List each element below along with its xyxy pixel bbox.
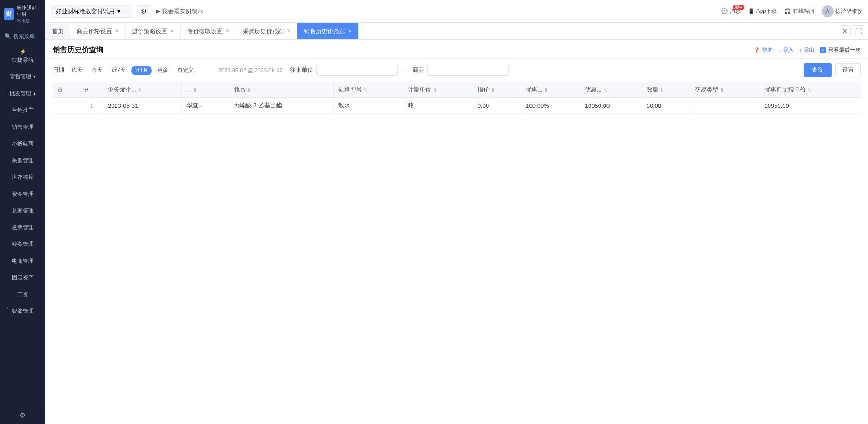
col-settings[interactable]: ⚙ [53, 82, 80, 98]
demo-icon: ▶ [156, 8, 160, 14]
sort-icon: ⇅ [808, 87, 811, 92]
content-area: 销售历史价查询 ❓ 帮助 ↓ 导入 ↑ 导出 ✓ 只看最后一次 [45, 40, 868, 424]
chevron-up-icon: ▴ [33, 90, 36, 96]
sidebar-search[interactable]: 🔍 搜索菜单 [0, 29, 45, 44]
tab-close-icon[interactable]: ✕ [170, 28, 174, 34]
tab-close-icon[interactable]: ✕ [225, 28, 229, 34]
only-last-checkbox[interactable]: ✓ 只看最后一次 [820, 46, 861, 54]
date-range-display: 2023-05-02 至 2023-06-02 [218, 67, 282, 75]
col-quantity[interactable]: 数量 ⇅ [642, 82, 690, 98]
tab-purchase-history-label: 采购历史价跟踪 [243, 27, 284, 35]
version-label: 好业财标准版交付试用 [56, 7, 115, 15]
sort-icon: ⇅ [247, 87, 251, 92]
sidebar-item-retail[interactable]: 零售管理 ▾ [0, 68, 45, 85]
user-profile[interactable]: 人 徐泽华修改 [822, 5, 863, 17]
row-transaction-type [690, 98, 760, 114]
product-input[interactable] [427, 65, 509, 76]
sidebar-item-marketing[interactable]: 营销推广 [0, 102, 45, 119]
date-chip-yesterday[interactable]: 昨天 [68, 66, 86, 75]
source-input[interactable] [316, 65, 398, 76]
sidebar-item-sales[interactable]: 销售管理 [0, 119, 45, 135]
search-icon: 🔍 [5, 33, 11, 39]
export-btn[interactable]: ↑ 导出 [799, 46, 814, 54]
sort-icon: ⇅ [364, 87, 367, 92]
service-label: 在线客服 [793, 7, 814, 15]
service-icon: 🎧 [784, 8, 791, 14]
settings-icon[interactable]: ⚙ [20, 411, 26, 419]
logo-title: 畅捷通好业财 [17, 5, 42, 18]
row-col3: 华查... [181, 98, 229, 114]
message-btn[interactable]: 💬 消息 99+ [721, 7, 741, 15]
sort-icon: ⇅ [491, 87, 495, 92]
col-price[interactable]: 报价 ⇅ [473, 82, 521, 98]
tab-purchase-strategy[interactable]: 进价策略设置 ✕ [126, 23, 181, 40]
sort-icon: ⇅ [544, 87, 548, 92]
sidebar-item-smart[interactable]: ● 智能管理 [0, 303, 45, 320]
col-discount2[interactable]: 优惠... ⇅ [580, 82, 642, 98]
col-quantity-label: 数量 [647, 86, 658, 94]
tab-maximize-btn[interactable]: ⛶ [853, 25, 864, 37]
sidebar-item-tax[interactable]: 税务管理 [0, 236, 45, 253]
tab-close-icon[interactable]: ✕ [287, 28, 291, 34]
sidebar: 财 畅捷通好业财 标准版 🔍 搜索菜单 ⚡ 快捷导航 零售管理 ▾ 批发管理 ▴… [0, 0, 45, 424]
tab-home[interactable]: 首页 [45, 23, 70, 40]
sidebar-item-ecommerce-small[interactable]: 小畅电商 [0, 135, 45, 152]
tab-price-extract-label: 售价提取设置 [187, 27, 223, 35]
sidebar-item-ledger[interactable]: 总账管理 [0, 202, 45, 219]
sidebar-quick-nav[interactable]: ⚡ 快捷导航 [0, 44, 45, 68]
header-settings-btn[interactable]: ⚙ [137, 5, 151, 17]
product-dots-btn[interactable]: ... [512, 67, 517, 74]
col-transaction-type[interactable]: 交易类型 ⇅ [690, 82, 760, 98]
settings-icon[interactable]: ⚙ [57, 86, 63, 93]
col-3[interactable]: ... ⇅ [181, 82, 229, 98]
col-discount1[interactable]: 优惠... ⇅ [521, 82, 580, 98]
help-btn[interactable]: ❓ 帮助 [753, 46, 773, 54]
import-btn[interactable]: ↓ 导入 [778, 46, 794, 54]
tab-product-price[interactable]: 商品价格设置 ✕ [70, 23, 126, 40]
sidebar-item-invoice[interactable]: 发票管理 [0, 219, 45, 236]
date-chip-7days[interactable]: 近7天 [108, 66, 129, 75]
date-chip-custom[interactable]: 自定义 [174, 66, 197, 75]
data-table: ⚙ # 业务发生... ⇅ ... ⇅ [53, 82, 861, 114]
sidebar-bottom: ⚙ [0, 406, 45, 424]
version-selector[interactable]: 好业财标准版交付试用 ▾ [51, 5, 132, 18]
row-date: 2023-05-31 [103, 98, 181, 114]
row-quantity: 30.00 [642, 98, 690, 114]
date-chip-today[interactable]: 今天 [88, 66, 106, 75]
settings-button[interactable]: 设置 [835, 63, 861, 77]
col-unit[interactable]: 计量单位 ⇅ [403, 82, 473, 98]
date-chip-1month[interactable]: 近1月 [131, 66, 152, 75]
sidebar-item-inventory[interactable]: 库存核算 [0, 169, 45, 186]
tab-price-extract[interactable]: 售价提取设置 ✕ [181, 23, 236, 40]
product-label: 商品 [413, 66, 424, 74]
tab-purchase-history[interactable]: 采购历史价跟踪 ✕ [236, 23, 297, 40]
sidebar-item-payroll[interactable]: 工资 [0, 286, 45, 303]
sidebar-item-purchase[interactable]: 采购管理 [0, 152, 45, 169]
tab-close-icon[interactable]: ✕ [348, 28, 352, 34]
wholesale-label: 批发管理 [10, 90, 31, 97]
source-dots-btn[interactable]: ... [400, 67, 405, 74]
tab-sales-history[interactable]: 销售历史价跟踪 ✕ [297, 23, 359, 40]
checkbox-icon: ✓ [820, 47, 826, 53]
sidebar-item-fixed-assets[interactable]: 固定资产 [0, 270, 45, 286]
demo-link[interactable]: ▶ 我要看实例演示 [156, 7, 203, 15]
sidebar-item-wholesale[interactable]: 批发管理 ▴ [0, 85, 45, 102]
col-date[interactable]: 业务发生... ⇅ [103, 82, 181, 98]
sidebar-nav: 零售管理 ▾ 批发管理 ▴ 营销推广 销售管理 小畅电商 采购管理 库存核算 资… [0, 68, 45, 406]
query-button[interactable]: 查询 [804, 63, 832, 77]
sort-icon: ⇅ [433, 87, 437, 92]
tab-close-icon[interactable]: ✕ [115, 28, 119, 34]
col-spec[interactable]: 规格型号 ⇅ [334, 82, 403, 98]
tab-close-window-btn[interactable]: ✕ [839, 25, 851, 37]
app-download-btn[interactable]: 📱 App下载 [748, 7, 777, 15]
sidebar-item-ecommerce[interactable]: 电商管理 [0, 253, 45, 270]
sidebar-item-finance[interactable]: 资金管理 [0, 186, 45, 202]
col-pretax-price[interactable]: 优惠前无税单价 ⇅ [760, 82, 861, 98]
sort-icon: ⇅ [138, 87, 142, 92]
online-service-btn[interactable]: 🎧 在线客服 [784, 7, 814, 15]
date-chip-more[interactable]: 更多 [154, 66, 172, 75]
logo-icon: 财 [4, 8, 14, 20]
col-product[interactable]: 商品 ⇅ [229, 82, 334, 98]
table-row: 1 2023-05-31 华查... 丙烯酸-2-乙基己酯 散水 吨 0.00 … [53, 98, 861, 114]
date-filter-group: 日期 昨天 今天 近7天 近1月 更多 自定义 [53, 66, 197, 75]
